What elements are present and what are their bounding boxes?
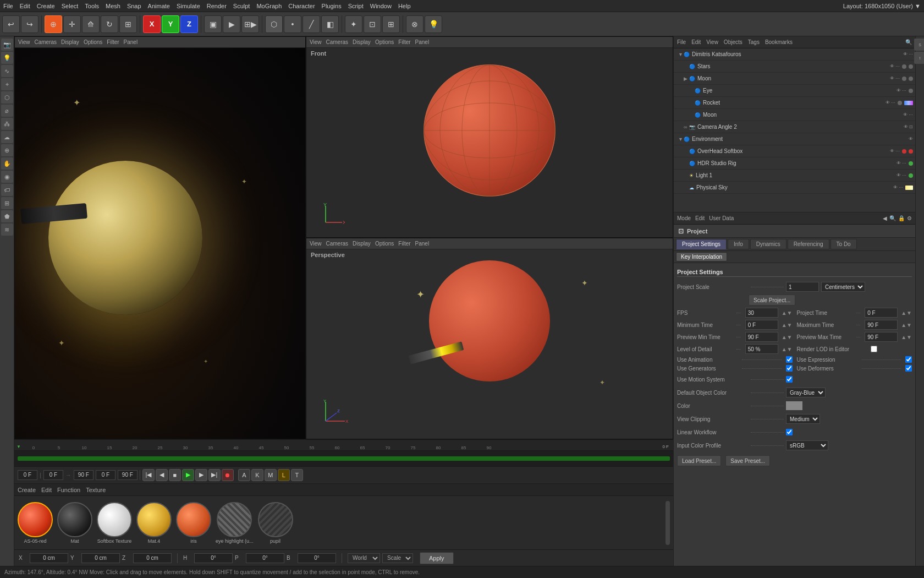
menu-animate[interactable]: Animate: [148, 3, 170, 9]
obj-row-0[interactable]: ▼ 🔵 Dimitris Katsafouros 👁 ⋯: [674, 48, 915, 61]
load-preset-btn[interactable]: Load Preset...: [677, 455, 721, 466]
sidebar-hair[interactable]: ≋: [1, 223, 13, 236]
vp-persp-options[interactable]: Options: [375, 241, 394, 247]
preview-min-input[interactable]: [745, 332, 778, 342]
workplane-btn[interactable]: ⊡: [364, 15, 381, 33]
sidebar-particles[interactable]: ⁂: [1, 118, 13, 130]
eye-4[interactable]: 👁: [886, 100, 890, 105]
stereo-btn[interactable]: ⊗: [406, 15, 424, 33]
fps-arrows[interactable]: ▲▼: [782, 310, 793, 316]
scale-select[interactable]: Scale Size: [382, 553, 413, 563]
axis-center-btn[interactable]: ⊞: [382, 15, 400, 33]
preview-end-input[interactable]: [118, 470, 138, 480]
attr-lock-icon[interactable]: 🔒: [898, 215, 905, 221]
scale-project-btn[interactable]: Scale Project...: [749, 295, 795, 306]
sidebar-sculpt[interactable]: ✋: [1, 157, 13, 170]
preview-max-input[interactable]: [865, 332, 898, 342]
menu-plugins[interactable]: Plugins: [322, 3, 342, 9]
start-frame-input[interactable]: [43, 470, 63, 480]
menu-window[interactable]: Window: [370, 3, 392, 9]
attr-settings-icon[interactable]: ⚙: [907, 215, 912, 221]
pmn-arrows[interactable]: ▲▼: [782, 334, 793, 340]
viewport-main[interactable]: View Cameras Display Options Filter Pane…: [14, 36, 306, 439]
menu-sculpt[interactable]: Sculpt: [233, 3, 250, 9]
eye-6[interactable]: 👁: [904, 124, 908, 129]
obj-objects[interactable]: Objects: [724, 39, 743, 45]
project-scale-input[interactable]: [786, 282, 819, 292]
mat-function[interactable]: Function: [57, 487, 80, 493]
attr-back-icon[interactable]: ◀: [883, 215, 887, 221]
color-swatch[interactable]: [786, 401, 802, 410]
material-orange[interactable]: iris: [176, 502, 211, 544]
points-mode-btn[interactable]: •: [284, 15, 301, 33]
tab-info[interactable]: Info: [728, 239, 749, 249]
use-deformers-checkbox[interactable]: [905, 365, 912, 372]
z-axis-btn[interactable]: Z: [180, 15, 198, 33]
vp-front-cameras[interactable]: Cameras: [326, 39, 349, 45]
sidebar-environments[interactable]: ☁: [1, 131, 13, 143]
tab-todo[interactable]: To Do: [831, 239, 857, 249]
snap-btn[interactable]: ✦: [345, 15, 362, 33]
material-black[interactable]: Mat: [57, 502, 92, 544]
eye-10[interactable]: 👁: [897, 173, 901, 178]
sidebar-mograph[interactable]: ⊞: [1, 197, 13, 209]
p-input[interactable]: [246, 553, 284, 563]
material-white[interactable]: Softbox Texture: [97, 502, 132, 544]
material-yellow[interactable]: Mat.4: [136, 502, 172, 544]
obj-search-icon[interactable]: 🔍: [905, 39, 912, 45]
goto-start-btn[interactable]: |◀: [142, 469, 155, 481]
sidebar-deformers[interactable]: ⌀: [1, 105, 13, 117]
apply-button[interactable]: Apply: [420, 552, 454, 564]
menu-tools[interactable]: Tools: [85, 3, 99, 9]
rs-icon-1[interactable]: S: [914, 39, 925, 51]
menu-simulate[interactable]: Simulate: [177, 3, 200, 9]
obj-row-10[interactable]: ☀ Light 1 👁 ⋯: [674, 170, 915, 182]
model-mode-btn[interactable]: ⬡: [265, 15, 283, 33]
preview-start-input[interactable]: [96, 470, 116, 480]
project-scale-unit-select[interactable]: Centimeters Meters Millimeters: [821, 282, 865, 292]
menu-edit[interactable]: Edit: [20, 3, 30, 9]
vp-main-panel[interactable]: Panel: [124, 39, 138, 45]
menu-create[interactable]: Create: [37, 3, 55, 9]
vp-front-options[interactable]: Options: [375, 39, 394, 45]
motion-system-btn[interactable]: M: [265, 469, 277, 481]
vp-front-filter[interactable]: Filter: [398, 39, 410, 45]
maxt-arrows[interactable]: ▲▼: [901, 322, 912, 328]
obj-edit[interactable]: Edit: [691, 39, 701, 45]
tab-dynamics[interactable]: Dynamics: [750, 239, 787, 249]
rs-icon-2[interactable]: t: [914, 52, 925, 64]
edges-mode-btn[interactable]: ╱: [302, 15, 320, 33]
mat-scrollbar[interactable]: [666, 501, 670, 545]
tab-referencing[interactable]: Referencing: [788, 239, 829, 249]
menu-file[interactable]: File: [3, 3, 13, 9]
default-color-select[interactable]: Gray-Blue Red Green: [786, 388, 826, 397]
project-time-input[interactable]: [865, 308, 898, 318]
tab-project-settings[interactable]: Project Settings: [676, 239, 727, 249]
sidebar-cameras[interactable]: 📷: [1, 39, 13, 51]
eye-8[interactable]: 👁: [890, 149, 894, 154]
render-lod-checkbox[interactable]: [871, 346, 877, 352]
max-time-input[interactable]: [865, 320, 898, 330]
material-stripe2[interactable]: pupil: [258, 502, 293, 544]
end-frame-input[interactable]: [74, 470, 94, 480]
use-generators-checkbox[interactable]: [786, 365, 793, 372]
menu-snap[interactable]: Snap: [127, 3, 141, 9]
save-preset-btn[interactable]: Save Preset...: [725, 455, 770, 466]
redo-btn[interactable]: ↪: [21, 15, 38, 33]
pt-arrows[interactable]: ▲▼: [901, 310, 912, 316]
move-btn[interactable]: ✛: [63, 15, 81, 33]
timeline-editor-btn[interactable]: T: [291, 469, 303, 481]
attr-search-icon[interactable]: 🔍: [889, 215, 896, 221]
key-all-btn[interactable]: K: [251, 469, 263, 481]
vp-main-view[interactable]: View: [18, 39, 30, 45]
obj-row-4[interactable]: 🔵 Rocket 👁 ⋯: [674, 97, 915, 109]
sub-tab-key[interactable]: Key Interpolation: [676, 252, 727, 261]
world-select[interactable]: World Object Local: [348, 553, 380, 563]
attr-edit[interactable]: Edit: [695, 215, 705, 221]
lod-arrows[interactable]: ▲▼: [782, 346, 793, 352]
light-btn[interactable]: 💡: [425, 15, 442, 33]
use-animation-checkbox[interactable]: [786, 356, 793, 363]
auto-key-btn[interactable]: A: [238, 469, 250, 481]
linear-workflow-checkbox[interactable]: [786, 429, 793, 435]
select-mode-btn[interactable]: ⊕: [45, 15, 62, 33]
